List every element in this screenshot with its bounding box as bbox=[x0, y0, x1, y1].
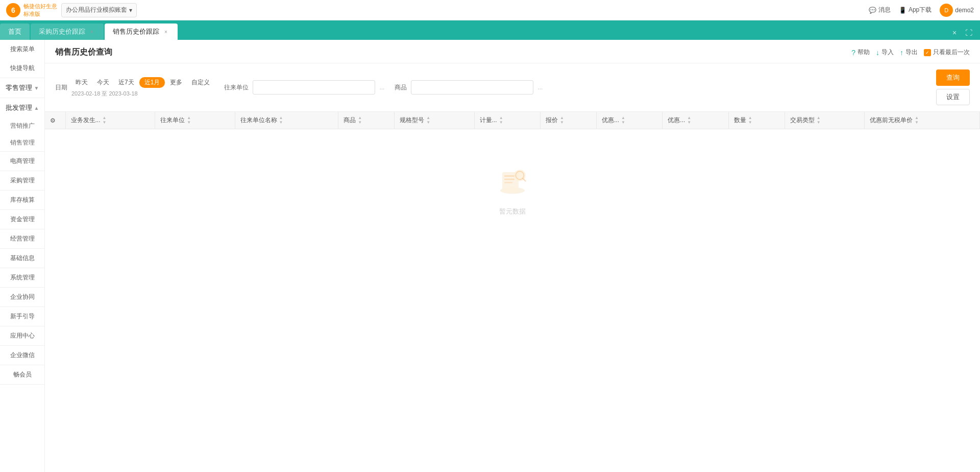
top-header: 6 畅捷信好生意 标准版 办公用品行业模拟账套 ▾ 💬 消息 📱 App下载 D… bbox=[0, 0, 980, 20]
col-unit: 计量... ▲ ▼ bbox=[474, 112, 540, 129]
sort-partner-name[interactable]: ▲ ▼ bbox=[279, 116, 283, 125]
tab-sales-history-close[interactable]: × bbox=[162, 28, 169, 35]
sort-pre-discount-price[interactable]: ▲ ▼ bbox=[915, 116, 919, 125]
sidebar-section-operations: 经营管理 bbox=[0, 229, 44, 249]
query-button[interactable]: 查询 bbox=[936, 69, 970, 86]
partner-input[interactable] bbox=[253, 80, 375, 95]
sort-discount2[interactable]: ▲ ▼ bbox=[687, 116, 691, 125]
filter-area: 日期 昨天 今天 近7天 近1月 更多 自定义 2023-02-18 至 202… bbox=[45, 63, 980, 112]
dropdown-icon: ▾ bbox=[129, 7, 132, 14]
maximize-window-button[interactable]: ⛶ bbox=[964, 28, 974, 38]
close-window-button[interactable]: × bbox=[949, 28, 960, 38]
date-btn-7days[interactable]: 近7天 bbox=[114, 77, 138, 88]
settings-icon[interactable]: ⚙ bbox=[50, 117, 56, 124]
sort-up-icon: ▲ bbox=[187, 116, 191, 120]
sidebar-section-newcomer: 新手引导 bbox=[0, 307, 44, 326]
tab-sales-history[interactable]: 销售历史价跟踪 × bbox=[105, 23, 178, 40]
retail-arrow-icon: ▼ bbox=[34, 85, 39, 91]
sort-partner-code[interactable]: ▲ ▼ bbox=[187, 116, 191, 125]
date-btn-more[interactable]: 更多 bbox=[166, 77, 186, 88]
only-last-checkbox[interactable]: 只看最后一次 bbox=[924, 48, 970, 57]
table-container: ⚙ 业务发生... ▲ ▼ bbox=[45, 112, 980, 472]
page-title-row: 销售历史价查询 ? 帮助 ↓ 导入 ↑ 导出 bbox=[55, 47, 970, 58]
date-btn-yesterday[interactable]: 昨天 bbox=[71, 77, 92, 88]
sidebar-section-basic-info: 基础信息 bbox=[0, 249, 44, 268]
help-icon: ? bbox=[851, 49, 855, 57]
tab-purchase-history-close[interactable]: × bbox=[88, 28, 95, 35]
sidebar-item-retail-mgmt[interactable]: 零售管理 ▼ bbox=[0, 78, 44, 98]
sort-unit[interactable]: ▲ ▼ bbox=[499, 116, 503, 125]
wholesale-arrow-icon: ▲ bbox=[34, 105, 39, 111]
tab-home[interactable]: 首页 bbox=[0, 23, 30, 40]
sidebar-item-system[interactable]: 系统管理 bbox=[0, 268, 44, 287]
product-input[interactable] bbox=[411, 80, 533, 95]
user-action[interactable]: D demo2 bbox=[940, 4, 974, 17]
partner-filter-group: 往来单位 ... bbox=[224, 80, 384, 95]
logo-text: 畅捷信好生意 标准版 bbox=[23, 3, 57, 17]
logo-icon: 6 bbox=[6, 3, 20, 17]
col-settings: ⚙ bbox=[45, 112, 65, 129]
sort-product[interactable]: ▲ ▼ bbox=[358, 116, 362, 125]
sidebar-item-quick-nav[interactable]: 快捷导航 bbox=[0, 59, 44, 78]
sidebar-item-finance[interactable]: 资金管理 bbox=[0, 210, 44, 229]
message-action[interactable]: 💬 消息 bbox=[869, 6, 891, 14]
sidebar: 搜索菜单 快捷导航 零售管理 ▼ 批发管理 ▲ 营销推广 销售管理 bbox=[0, 40, 45, 472]
sidebar-item-inventory[interactable]: 库存核算 bbox=[0, 191, 44, 209]
settings-button[interactable]: 设置 bbox=[936, 89, 970, 105]
date-btn-today[interactable]: 今天 bbox=[93, 77, 113, 88]
sidebar-item-member[interactable]: 畅会员 bbox=[0, 365, 44, 384]
import-button[interactable]: ↓ 导入 bbox=[876, 48, 894, 57]
logo-area: 6 畅捷信好生意 标准版 bbox=[6, 3, 57, 17]
sidebar-item-purchase[interactable]: 采购管理 bbox=[0, 171, 44, 190]
sort-quantity[interactable]: ▲ ▼ bbox=[748, 116, 752, 125]
sort-discount1[interactable]: ▲ ▼ bbox=[621, 116, 625, 125]
date-btn-1month[interactable]: 近1月 bbox=[139, 77, 165, 88]
app-download-action[interactable]: 📱 App下载 bbox=[899, 6, 932, 14]
sidebar-section-inventory: 库存核算 bbox=[0, 191, 44, 210]
help-button[interactable]: ? 帮助 bbox=[851, 48, 870, 57]
export-button[interactable]: ↑ 导出 bbox=[900, 48, 918, 57]
sidebar-item-operations[interactable]: 经营管理 bbox=[0, 229, 44, 248]
sidebar-item-newcomer[interactable]: 新手引导 bbox=[0, 307, 44, 326]
export-icon: ↑ bbox=[900, 49, 903, 57]
sort-down-icon: ▼ bbox=[560, 121, 564, 125]
page-actions: ? 帮助 ↓ 导入 ↑ 导出 只看最后一次 bbox=[851, 48, 970, 57]
sidebar-item-enterprise-agreement[interactable]: 企业协同 bbox=[0, 288, 44, 306]
sort-down-icon: ▼ bbox=[817, 121, 821, 125]
sidebar-section-app-center: 应用中心 bbox=[0, 326, 44, 346]
sidebar-item-marketing[interactable]: 营销推广 bbox=[0, 117, 44, 134]
sort-up-icon: ▲ bbox=[279, 116, 283, 120]
partner-dots: ... bbox=[379, 84, 384, 91]
date-btn-custom[interactable]: 自定义 bbox=[187, 77, 214, 88]
content-area: 销售历史价查询 ? 帮助 ↓ 导入 ↑ 导出 bbox=[45, 40, 980, 472]
sort-down-icon: ▼ bbox=[103, 121, 107, 125]
sidebar-item-basic-info[interactable]: 基础信息 bbox=[0, 249, 44, 268]
sort-quote-price[interactable]: ▲ ▼ bbox=[560, 116, 564, 125]
sort-down-icon: ▼ bbox=[426, 121, 430, 125]
sort-trade-type[interactable]: ▲ ▼ bbox=[817, 116, 821, 125]
sidebar-item-search-menu[interactable]: 搜索菜单 bbox=[0, 40, 44, 59]
sidebar-item-app-center[interactable]: 应用中心 bbox=[0, 326, 44, 345]
sidebar-section-purchase: 采购管理 bbox=[0, 171, 44, 191]
sort-down-icon: ▼ bbox=[621, 121, 625, 125]
sidebar-item-wholesale-mgmt[interactable]: 批发管理 ▲ bbox=[0, 98, 44, 117]
message-icon: 💬 bbox=[869, 7, 876, 14]
header-right: 💬 消息 📱 App下载 D demo2 bbox=[869, 4, 974, 17]
sidebar-item-sales-mgmt[interactable]: 销售管理 bbox=[0, 134, 44, 151]
sidebar-item-ecommerce[interactable]: 电商管理 bbox=[0, 152, 44, 171]
sort-spec[interactable]: ▲ ▼ bbox=[426, 116, 430, 125]
sidebar-item-enterprise-wechat[interactable]: 企业微信 bbox=[0, 346, 44, 365]
empty-text: 暂元数据 bbox=[499, 207, 526, 216]
sidebar-section-retail: 零售管理 ▼ bbox=[0, 78, 44, 98]
sort-down-icon: ▼ bbox=[915, 121, 919, 125]
page-title: 销售历史价查询 bbox=[55, 47, 112, 58]
workspace-selector[interactable]: 办公用品行业模拟账套 ▾ bbox=[61, 3, 137, 17]
header-left: 6 畅捷信好生意 标准版 办公用品行业模拟账套 ▾ bbox=[6, 3, 137, 17]
col-trade-type: 交易类型 ▲ ▼ bbox=[785, 112, 864, 129]
date-label: 日期 bbox=[55, 83, 67, 92]
sort-biz-date[interactable]: ▲ ▼ bbox=[103, 116, 107, 125]
col-partner-name: 往来单位名称 ▲ ▼ bbox=[235, 112, 338, 129]
product-filter-group: 商品 ... bbox=[395, 80, 543, 95]
app-icon: 📱 bbox=[899, 7, 906, 14]
tab-purchase-history[interactable]: 采购历史价跟踪 × bbox=[31, 23, 104, 40]
